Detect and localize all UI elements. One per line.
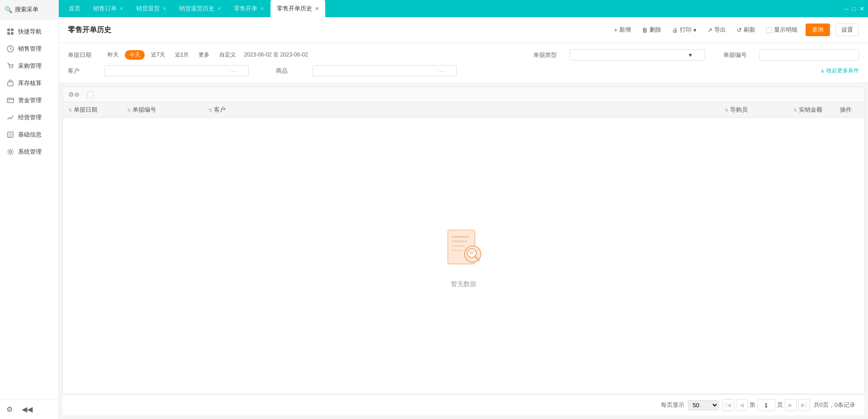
empty-text: 暂无数据 xyxy=(451,280,476,288)
svg-point-5 xyxy=(9,68,10,69)
tab-close-icon[interactable]: ✕ xyxy=(119,6,123,12)
type-chevron-icon: ▾ xyxy=(689,52,692,58)
page-total: 共0页，0条记录 xyxy=(814,401,855,409)
page-input[interactable] xyxy=(757,399,775,411)
tab-close-icon[interactable]: ✕ xyxy=(217,6,221,12)
collapse-filter-btn[interactable]: ∧ 收起更多条件 xyxy=(821,65,859,76)
sort-icon[interactable]: ⇅ xyxy=(793,108,797,113)
date-opt-more[interactable]: 更多 xyxy=(195,50,213,60)
tab-sales-order[interactable]: 销售订单 ✕ xyxy=(87,0,130,17)
page-unit: 页 xyxy=(777,401,783,409)
print-chevron-icon: ▾ xyxy=(693,27,697,33)
goods-ellipsis: ··· xyxy=(439,67,444,74)
tab-close-icon[interactable]: ✕ xyxy=(260,6,264,12)
page-prev-btn[interactable]: ◀ xyxy=(736,399,748,411)
page-nav: |◀ ◀ 第 页 ▶ ▶| xyxy=(722,399,810,411)
sidebar-item-quick-nav[interactable]: 快捷导航 xyxy=(0,23,58,40)
table-settings-icon[interactable]: ⚙ xyxy=(68,91,80,98)
sort-icon[interactable]: ⇅ xyxy=(127,108,131,113)
tab-label: 首页 xyxy=(69,5,81,13)
finance-icon xyxy=(6,96,14,104)
sn-input[interactable] xyxy=(759,49,859,61)
print-label: 打印 xyxy=(680,26,692,34)
tab-home[interactable]: 首页 xyxy=(62,0,87,17)
svg-point-11 xyxy=(9,151,12,153)
export-button[interactable]: ↗ 导出 xyxy=(705,24,729,36)
display-button[interactable]: 显示明细 xyxy=(764,24,800,36)
system-icon xyxy=(6,148,14,156)
sidebar-item-finance[interactable]: 资金管理 xyxy=(0,92,58,109)
date-opt-custom[interactable]: 自定义 xyxy=(216,50,239,60)
sidebar-item-label: 资金管理 xyxy=(18,96,42,104)
query-button[interactable]: 查询 xyxy=(806,24,830,36)
sidebar-item-base-info[interactable]: 基础信息 xyxy=(0,126,58,143)
empty-illustration xyxy=(439,223,489,273)
export-icon: ↗ xyxy=(707,27,712,33)
svg-rect-0 xyxy=(7,28,10,31)
date-opt-yesterday[interactable]: 昨天 xyxy=(104,50,122,60)
customer-filter-label: 客户 xyxy=(68,67,95,75)
settings-button[interactable]: 设置 xyxy=(835,24,859,36)
window-close-icon[interactable]: ✕ xyxy=(859,5,864,12)
col-sn: ⇅ 单据编号 xyxy=(122,106,203,114)
sidebar-item-operations[interactable]: 经营管理 xyxy=(0,109,58,126)
tab-label: 销货退货 xyxy=(136,5,160,13)
col-ops: 操作 xyxy=(828,106,864,114)
tab-bar-actions: ─ □ ✕ xyxy=(844,5,864,12)
date-opt-last-month[interactable]: 近1月 xyxy=(171,50,193,60)
checkbox-display xyxy=(766,27,772,33)
sort-icon[interactable]: ⇅ xyxy=(209,108,212,113)
tab-retail-open-history[interactable]: 零售开单历史 ✕ xyxy=(270,0,325,17)
date-opt-last7[interactable]: 近7天 xyxy=(147,50,169,60)
table-toolbar: ⚙ xyxy=(63,87,864,102)
sidebar-collapse-icon[interactable]: ◀◀ xyxy=(22,405,33,414)
sidebar-item-purchase-mgmt[interactable]: 采购管理 xyxy=(0,57,58,75)
sn-filter-label: 单据编号 xyxy=(723,51,750,59)
type-filter-label: 单据类型 xyxy=(533,51,560,59)
goods-select[interactable]: ··· xyxy=(312,65,457,76)
col-amount: ⇅ 实销金额 xyxy=(773,106,828,114)
customer-select[interactable]: ··· xyxy=(104,65,249,76)
tab-close-icon[interactable]: ✕ xyxy=(315,6,319,12)
sidebar-item-sales-mgmt[interactable]: 销售管理 xyxy=(0,40,58,57)
window-maximize-icon[interactable]: □ xyxy=(852,5,856,12)
sidebar-item-system[interactable]: 系统管理 xyxy=(0,143,58,160)
sidebar-item-label: 快捷导航 xyxy=(18,28,42,36)
sidebar-footer: ⚙ ◀◀ xyxy=(0,399,58,419)
sort-icon[interactable]: ⇅ xyxy=(68,108,72,113)
page-last-btn[interactable]: ▶| xyxy=(798,399,810,411)
delete-button[interactable]: 🗑 删除 xyxy=(639,24,664,36)
date-opt-today[interactable]: 今天 xyxy=(125,50,145,60)
type-select[interactable]: ▾ xyxy=(569,49,705,61)
window-minimize-icon[interactable]: ─ xyxy=(844,5,849,12)
base-icon xyxy=(6,131,14,139)
tab-sales-return-history[interactable]: 销货退货历史 ✕ xyxy=(173,0,228,17)
refresh-label: 刷新 xyxy=(744,26,755,34)
delete-label: 删除 xyxy=(650,26,661,34)
tab-sales-return[interactable]: 销货退货 ✕ xyxy=(130,0,173,17)
sidebar-item-inventory[interactable]: 库存核算 xyxy=(0,75,58,92)
settings-gear-icon[interactable]: ⚙ xyxy=(6,405,13,414)
select-all-checkbox[interactable] xyxy=(87,91,94,98)
search-panel[interactable]: 搜索采单 xyxy=(0,0,58,19)
page-next-btn[interactable]: ▶ xyxy=(785,399,797,411)
sidebar-item-label: 采购管理 xyxy=(18,62,42,70)
sort-icon[interactable]: ⇅ xyxy=(725,108,728,113)
new-button[interactable]: + 新增 xyxy=(611,24,634,36)
page-first-btn[interactable]: |◀ xyxy=(722,399,734,411)
search-label: 搜索采单 xyxy=(15,5,38,14)
nav-icon xyxy=(6,28,14,36)
sidebar-item-label: 库存核算 xyxy=(18,79,42,87)
tab-retail-open[interactable]: 零售开单 ✕ xyxy=(228,0,270,17)
print-button[interactable]: 🖨 打印 ▾ xyxy=(669,24,699,36)
export-label: 导出 xyxy=(714,26,726,34)
svg-rect-2 xyxy=(7,32,10,35)
refresh-button[interactable]: ↺ 刷新 xyxy=(734,24,758,36)
sidebar-item-label: 销售管理 xyxy=(18,45,42,53)
purchase-icon xyxy=(6,62,14,70)
col-label: 实销金额 xyxy=(799,106,822,114)
per-page-select[interactable]: 50 100 200 xyxy=(688,400,719,410)
tab-label: 销售订单 xyxy=(93,5,117,13)
tab-close-icon[interactable]: ✕ xyxy=(162,6,166,12)
empty-state: 暂无数据 xyxy=(63,118,864,394)
